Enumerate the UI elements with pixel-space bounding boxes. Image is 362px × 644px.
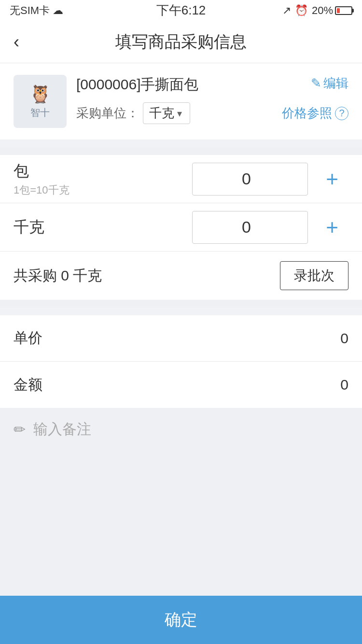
kg-label: 千克 bbox=[14, 217, 100, 238]
edit-icon: ✎ bbox=[311, 76, 321, 91]
confirm-button[interactable]: 确定 bbox=[0, 596, 362, 644]
price-ref-button[interactable]: 价格参照 ? bbox=[282, 105, 348, 122]
status-left: 无SIM卡 ☁ bbox=[10, 3, 63, 18]
product-image-icon: 🦉 bbox=[29, 84, 51, 104]
product-info: [0000006]手撕面包 ✎ 编辑 采购单位： 千克 ▾ 价格参照 ? bbox=[76, 75, 348, 124]
summary-row: 共采购 0 千克 录批次 bbox=[0, 252, 362, 300]
confirm-section: 确定 bbox=[0, 596, 362, 644]
product-unit-row: 采购单位： 千克 ▾ 价格参照 ? bbox=[76, 102, 348, 124]
battery-percent: 20% bbox=[312, 4, 333, 17]
product-header: [0000006]手撕面包 ✎ 编辑 bbox=[76, 75, 348, 95]
unit-price-value: 0 bbox=[340, 330, 348, 347]
unit-price-row: 单价 0 bbox=[0, 315, 362, 362]
unit-value: 千克 bbox=[149, 105, 174, 122]
edit-label[interactable]: 编辑 bbox=[323, 75, 348, 92]
kg-plus-button[interactable]: + bbox=[316, 211, 348, 244]
bao-sub-label: 1包=10千克 bbox=[14, 183, 100, 197]
status-bar: 无SIM卡 ☁ 下午6:12 ↗ ⏰ 20% bbox=[0, 0, 362, 21]
remark-placeholder: 输入备注 bbox=[33, 420, 91, 439]
empty-space bbox=[0, 451, 362, 596]
section-divider-2 bbox=[0, 300, 362, 308]
summary-text: 共采购 0 千克 bbox=[14, 266, 102, 286]
product-name: [0000006]手撕面包 bbox=[76, 75, 198, 95]
bao-input-row: 包 1包=10千克 + bbox=[0, 155, 362, 203]
no-sim-text: 无SIM卡 ☁ bbox=[10, 3, 63, 18]
battery-fill bbox=[337, 8, 340, 13]
bao-label: 包 bbox=[14, 161, 100, 182]
back-button[interactable]: ‹ bbox=[14, 32, 19, 52]
price-section: 单价 0 金额 0 bbox=[0, 315, 362, 408]
unit-select[interactable]: 千克 ▾ bbox=[143, 102, 190, 124]
status-right: ↗ ⏰ 20% bbox=[282, 4, 352, 17]
bao-quantity-input[interactable] bbox=[192, 163, 308, 196]
battery: 20% bbox=[312, 4, 352, 17]
kg-label-group: 千克 bbox=[14, 217, 100, 238]
unit-prefix: 采购单位： bbox=[76, 105, 139, 122]
price-ref-label: 价格参照 bbox=[282, 105, 332, 122]
section-divider-1 bbox=[0, 147, 362, 155]
product-image-label: 智十 bbox=[30, 106, 50, 119]
nav-bar: ‹ 填写商品采购信息 bbox=[0, 21, 362, 63]
product-card: 🦉 智十 [0000006]手撕面包 ✎ 编辑 采购单位： 千克 ▾ 价格参照 … bbox=[0, 63, 362, 140]
bao-label-group: 包 1包=10千克 bbox=[14, 161, 100, 197]
location-icon: ↗ bbox=[282, 4, 291, 17]
kg-quantity-input[interactable] bbox=[192, 211, 308, 244]
product-image: 🦉 智十 bbox=[14, 75, 67, 128]
pencil-icon: ✏ bbox=[14, 421, 26, 438]
kg-input-row: 千克 + bbox=[0, 203, 362, 252]
amount-label: 金额 bbox=[14, 375, 42, 395]
bao-input-section: 包 1包=10千克 + bbox=[0, 155, 362, 203]
batch-button[interactable]: 录批次 bbox=[280, 261, 348, 290]
remark-section[interactable]: ✏ 输入备注 bbox=[0, 408, 362, 451]
status-time: 下午6:12 bbox=[156, 2, 206, 19]
chevron-down-icon: ▾ bbox=[177, 108, 182, 119]
help-icon: ? bbox=[335, 107, 348, 120]
bao-plus-button[interactable]: + bbox=[316, 163, 348, 196]
amount-value: 0 bbox=[340, 377, 348, 393]
alarm-icon: ⏰ bbox=[295, 4, 308, 17]
battery-bar bbox=[335, 6, 352, 15]
page-title: 填写商品采购信息 bbox=[115, 31, 247, 53]
edit-link[interactable]: ✎ 编辑 bbox=[311, 75, 348, 92]
amount-row: 金额 0 bbox=[0, 362, 362, 408]
unit-price-label: 单价 bbox=[14, 328, 42, 348]
kg-input-section: 千克 + bbox=[0, 203, 362, 252]
